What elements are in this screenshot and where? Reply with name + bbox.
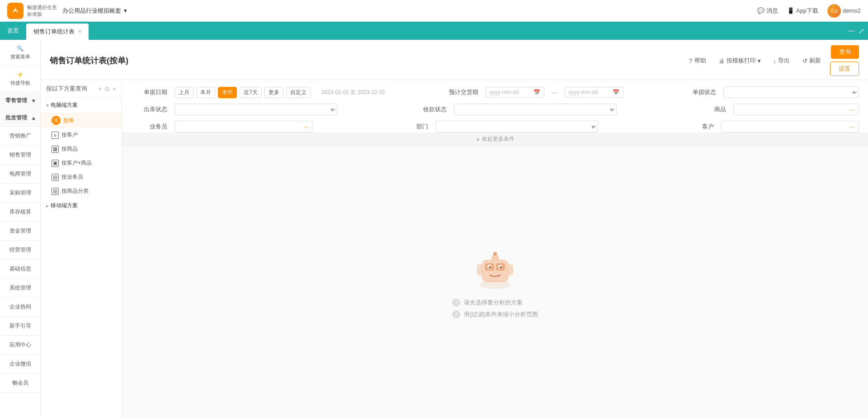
ship-status-select[interactable]: [175, 104, 337, 115]
panel-header-label: 按以下方案查询: [46, 85, 87, 93]
tab-minimize-icon[interactable]: —: [848, 27, 855, 35]
svg-point-8: [489, 266, 491, 269]
last-month-btn[interactable]: 上月: [175, 87, 193, 98]
sidebar-inventory-label: 库存核算: [9, 208, 31, 216]
customer-input[interactable]: ···: [721, 121, 859, 133]
page-dropdown-title[interactable]: 办公用品行业模拟账套 ▾: [62, 7, 127, 15]
main-content: 单据日期 上月 本月 本年 近7天 更多 自定义 2023-01-01 至 20…: [122, 80, 868, 418]
scheme-by-order[interactable]: 按 按单: [41, 113, 122, 128]
mobile-scheme-group-header[interactable]: ▸ 移动端方案: [41, 198, 122, 213]
sidebar-member[interactable]: 畅会员: [0, 374, 40, 393]
tab-home[interactable]: 首页: [0, 22, 26, 40]
print-dropdown-icon: ▾: [758, 57, 761, 64]
refresh-button[interactable]: ↺ 刷新: [799, 55, 825, 66]
collapse-arrow-icon: ∧: [476, 136, 480, 142]
pc-scheme-label: 电脑端方案: [51, 101, 78, 109]
pc-scheme-group-header[interactable]: ▾ 电脑端方案: [41, 98, 122, 113]
mobile-scheme-group: ▸ 移动端方案: [41, 198, 122, 213]
sidebar-purchase[interactable]: 采购管理: [0, 184, 40, 203]
custom-date-btn[interactable]: 自定义: [286, 87, 311, 98]
scheme-by-goods[interactable]: ▦ 按商品: [41, 142, 122, 156]
sidebar-newuser[interactable]: 新手引导: [0, 317, 40, 336]
sidebar-inventory[interactable]: 库存核算: [0, 203, 40, 222]
filter-section: 单据日期 上月 本月 本年 近7天 更多 自定义 2023-01-01 至 20…: [122, 80, 868, 146]
filter-rows: 单据日期 上月 本月 本年 近7天 更多 自定义 2023-01-01 至 20…: [122, 80, 868, 133]
this-year-btn[interactable]: 本年: [218, 87, 237, 98]
date-buttons: 上月 本月 本年 近7天 更多 自定义: [175, 87, 311, 98]
sidebar-quick-nav-label: 快捷导航: [10, 80, 30, 86]
query-button[interactable]: 查询: [831, 45, 859, 59]
dropdown-arrow-icon: ▾: [124, 7, 127, 14]
avatar: Ea: [827, 4, 841, 18]
setting-button[interactable]: 设置: [830, 62, 859, 76]
add-scheme-button[interactable]: +: [98, 85, 102, 92]
page-title: 销售订单统计表(按单): [50, 55, 128, 66]
sidebar-ops[interactable]: 经营管理: [0, 241, 40, 260]
scheme-by-salesperson[interactable]: ▤ 按业务员: [41, 170, 122, 184]
main-layout: 🔍 搜索菜单 ⚡ 快捷导航 零售管理 ▾ 批发管理 ▴ 营销推广 销售管理 电商…: [0, 40, 868, 418]
sidebar-retail-arrow: ▾: [32, 98, 35, 104]
settings-scheme-button[interactable]: ⊙: [104, 85, 110, 92]
scheme-by-goods-category[interactable]: ▥ 按商品分类: [41, 184, 122, 198]
ship-status-label: 出库状态: [131, 105, 167, 114]
print-button[interactable]: 🖨 按模板打印 ▾: [715, 55, 764, 66]
sidebar-finance[interactable]: 资金管理: [0, 222, 40, 241]
sidebar: 🔍 搜索菜单 ⚡ 快捷导航 零售管理 ▾ 批发管理 ▴ 营销推广 销售管理 电商…: [0, 40, 41, 418]
scheme-by-goods-label: 按商品: [61, 145, 78, 153]
svg-rect-10: [491, 255, 499, 261]
collapse-filter-button[interactable]: ∧ 收起更多条件: [122, 133, 868, 146]
sidebar-appcenter[interactable]: 应用中心: [0, 336, 40, 355]
sidebar-basic-label: 基础信息: [9, 265, 31, 273]
expected-date-start[interactable]: yyyy-mm-dd 📅: [486, 87, 544, 98]
sidebar-wholesale-mgmt[interactable]: 批发管理 ▴: [0, 109, 40, 127]
tab-expand-icon[interactable]: ⤢: [859, 27, 864, 35]
sidebar-system[interactable]: 系统管理: [0, 279, 40, 298]
dept-select-wrapper: [435, 121, 598, 133]
scheme-by-customer-goods[interactable]: ▣ 按客户+商品: [41, 156, 122, 170]
sidebar-enterprise[interactable]: 企业协同: [0, 298, 40, 317]
sidebar-wechat[interactable]: 企业微信: [0, 355, 40, 374]
page-header: 销售订单统计表(按单) ? 帮助 🖨 按模板打印 ▾ ↓ 导出 ↺ 刷新: [41, 40, 868, 80]
last7-btn[interactable]: 近7天: [240, 87, 262, 98]
message-button[interactable]: 💬 消息: [757, 7, 778, 15]
mobile-scheme-label: 移动端方案: [51, 202, 78, 209]
user-menu[interactable]: Ea demo2: [827, 4, 861, 18]
customer-more-icon[interactable]: ···: [849, 123, 855, 130]
scheme-by-customer[interactable]: ≡ 按客户: [41, 128, 122, 142]
help-button[interactable]: ? 帮助: [685, 55, 709, 66]
pc-scheme-group: ▾ 电脑端方案 按 按单 ≡ 按客户 ▦ 按商品: [41, 98, 122, 198]
top-bar-left: 畅捷通好生意 标准版 办公用品行业模拟账套 ▾: [7, 3, 127, 19]
top-bar-right: 💬 消息 📱 App下载 Ea demo2: [757, 4, 861, 18]
goods-more-icon[interactable]: ···: [849, 106, 855, 113]
salesperson-more-icon[interactable]: ···: [303, 123, 309, 130]
salesperson-input[interactable]: ···: [175, 121, 312, 133]
sidebar-basic-info[interactable]: 基础信息: [0, 260, 40, 279]
svg-point-11: [493, 252, 497, 256]
empty-tip-2: 2 用[过滤]条件来缩小分析范围: [452, 310, 538, 318]
expected-date-end[interactable]: yyyy-mm-dd 📅: [565, 87, 623, 98]
svg-point-9: [500, 266, 502, 269]
sidebar-enterprise-label: 企业协同: [9, 303, 31, 311]
sidebar-quick-nav[interactable]: ⚡ 快捷导航: [0, 66, 40, 92]
dept-select[interactable]: [435, 121, 598, 133]
export-button[interactable]: ↓ 导出: [770, 55, 794, 66]
goods-label: 商品: [690, 105, 726, 114]
sidebar-ecommerce[interactable]: 电商管理: [0, 165, 40, 184]
tab-sales-order-stats[interactable]: 销售订单统计表 ×: [26, 24, 89, 40]
goods-input[interactable]: ···: [733, 104, 859, 115]
more-date-btn[interactable]: 更多: [264, 87, 283, 98]
export-icon: ↓: [774, 57, 777, 64]
date-separator: —: [552, 89, 557, 96]
pay-status-select[interactable]: [454, 104, 617, 115]
scheme-order-icon: 按: [52, 116, 61, 125]
this-month-btn[interactable]: 本月: [196, 87, 215, 98]
sidebar-search[interactable]: 🔍 搜索菜单: [0, 40, 40, 66]
sidebar-retail-mgmt[interactable]: 零售管理 ▾: [0, 92, 40, 109]
pay-status-select-wrapper: [454, 104, 617, 115]
collapse-panel-button[interactable]: «: [113, 85, 116, 92]
doc-status-select[interactable]: [723, 86, 859, 98]
sidebar-sales-mgmt[interactable]: 销售管理: [0, 146, 40, 165]
app-download-button[interactable]: 📱 App下载: [787, 7, 818, 15]
tab-close-icon[interactable]: ×: [78, 28, 81, 35]
sidebar-marketing[interactable]: 营销推广: [0, 127, 40, 146]
